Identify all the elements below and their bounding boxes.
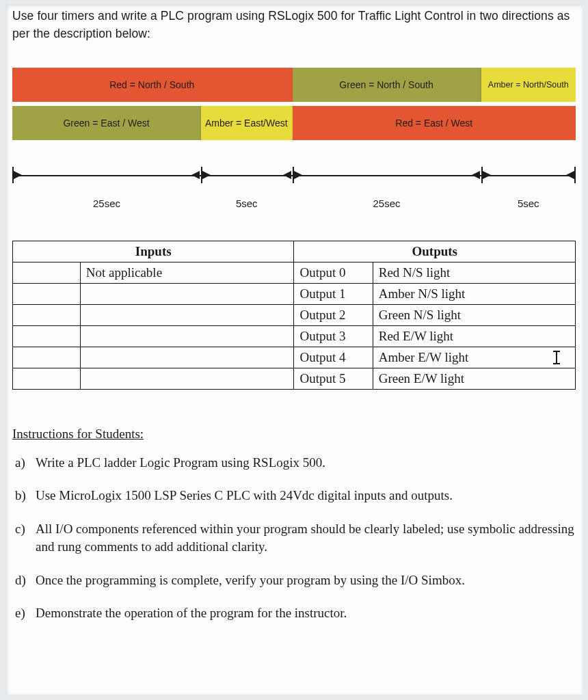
output-desc: Amber N/S light xyxy=(373,283,575,304)
ew-row: Green = East / West Amber = East/West Re… xyxy=(12,106,576,140)
output-desc: Red N/S light xyxy=(373,262,575,283)
problem-statement: Use four timers and write a PLC program … xyxy=(12,4,576,62)
inputs-header: Inputs xyxy=(13,241,294,262)
output-desc: Red E/W light xyxy=(373,325,575,347)
output-desc: Green E/W light xyxy=(373,368,575,389)
ew-red-cell: Red = East / West xyxy=(293,106,576,140)
list-item: e) Demonstrate the operation of the prog… xyxy=(36,604,576,623)
output-desc: Green N/S light xyxy=(373,304,575,325)
output-addr: Output 1 xyxy=(294,283,373,304)
timing-diagram: Red = North / South Green = North / Sout… xyxy=(12,68,576,209)
io-table: Inputs Outputs Not applicable Output 0 R… xyxy=(12,241,576,390)
list-item: b) Use MicroLogix 1500 LSP Series C PLC … xyxy=(36,487,576,505)
ns-row: Red = North / South Green = North / Sout… xyxy=(12,68,576,102)
table-row: Output 3 Red E/W light xyxy=(13,325,576,347)
ns-green-cell: Green = North / South xyxy=(293,68,481,102)
outputs-header: Outputs xyxy=(294,241,576,262)
ns-red-cell: Red = North / South xyxy=(12,68,293,102)
time-label-4: 5sec xyxy=(481,198,576,209)
time-label-1: 25sec xyxy=(12,198,201,209)
table-row: Output 4 Amber E/W light xyxy=(13,347,576,368)
output-addr: Output 2 xyxy=(294,304,373,325)
output-addr: Output 5 xyxy=(294,368,373,389)
table-row: Output 2 Green N/S light xyxy=(13,304,576,325)
table-row: Not applicable Output 0 Red N/S light xyxy=(13,262,576,283)
table-row: Output 1 Amber N/S light xyxy=(13,283,576,304)
inputs-na: Not applicable xyxy=(80,262,294,283)
instructions-list: a) Write a PLC ladder Logic Program usin… xyxy=(12,454,576,623)
document-page: Use four timers and write a PLC program … xyxy=(5,4,583,695)
timing-axis xyxy=(12,163,576,188)
list-item: d) Once the programming is complete, ver… xyxy=(36,571,576,590)
ns-amber-cell: Amber = North/South xyxy=(481,68,576,102)
instructions-heading: Instructions for Students: xyxy=(12,427,576,442)
time-label-3: 25sec xyxy=(293,198,481,209)
table-row: Output 5 Green E/W light xyxy=(13,368,576,389)
list-item: c) All I/O components referenced within … xyxy=(36,520,576,556)
ew-green-cell: Green = East / West xyxy=(12,106,201,140)
time-label-2: 5sec xyxy=(201,198,292,209)
output-addr: Output 3 xyxy=(294,325,373,347)
ew-amber-cell: Amber = East/West xyxy=(201,106,292,140)
output-desc: Amber E/W light xyxy=(373,347,575,368)
axis-labels: 25sec 5sec 25sec 5sec xyxy=(12,198,576,209)
output-addr: Output 4 xyxy=(294,347,373,368)
list-item: a) Write a PLC ladder Logic Program usin… xyxy=(36,454,576,472)
output-addr: Output 0 xyxy=(294,262,373,283)
